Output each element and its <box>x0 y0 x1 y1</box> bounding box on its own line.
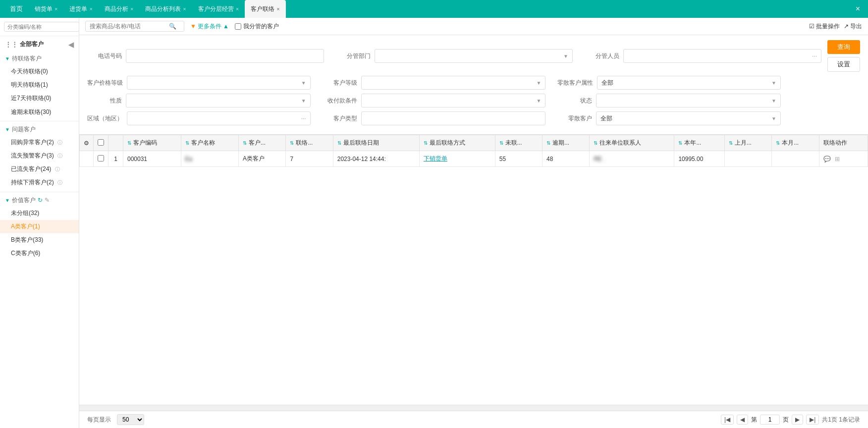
sidebar-item-ungrouped[interactable]: 未分组(32) <box>0 207 79 220</box>
sidebar-item-churned[interactable]: 已流失客户(24) ⓘ <box>0 162 79 176</box>
scatter-attr-select[interactable]: 全部 ▼ <box>597 76 781 90</box>
settings-gear-icon[interactable]: ⚙ <box>84 140 89 147</box>
my-customers-checkbox[interactable] <box>235 23 241 30</box>
select-all-checkbox[interactable] <box>98 139 104 146</box>
col-contact-count[interactable]: ⇅联络... <box>286 135 333 151</box>
nav-customer-segment-close[interactable]: × <box>236 6 239 12</box>
col-this-month[interactable]: ⇅本月... <box>772 135 819 151</box>
nav-customer-segment[interactable]: 客户分层经营 × <box>192 0 245 18</box>
sidebar-section-problem[interactable]: ▼ 问题客户 <box>0 123 79 136</box>
payment-select[interactable]: ▼ <box>361 94 546 107</box>
col-not-contacted[interactable]: ⇅未联... <box>495 135 542 151</box>
batch-op-icon: ☑ <box>809 23 814 30</box>
sidebar-item-class-c[interactable]: C类客户(6) <box>0 247 79 260</box>
sidebar-search-input[interactable] <box>4 22 79 32</box>
col-type[interactable]: ⇅客户... <box>239 135 286 151</box>
table-scroll[interactable]: ⚙ ⇅客户编码 ⇅客户名称 <box>79 135 868 405</box>
sidebar-collapse-icon[interactable]: ◀ <box>68 41 74 49</box>
col-code-sort-icon: ⇅ <box>127 140 131 146</box>
query-button[interactable]: 查询 <box>827 40 860 54</box>
status-arrow-icon: ▼ <box>771 98 776 104</box>
horizontal-scrollbar[interactable] <box>79 405 868 411</box>
close-all-button[interactable]: × <box>852 4 864 13</box>
row-settings-cell <box>80 151 94 167</box>
col-last-date[interactable]: ⇅最后联络日期 <box>333 135 419 151</box>
chat-action-icon[interactable]: 💬 <box>823 156 831 162</box>
sidebar-item-tomorrow[interactable]: 明天待联络(1) <box>0 78 79 92</box>
filter-more-conditions[interactable]: ▼ 更多条件 ▲ <box>190 22 229 31</box>
sidebar-item-declining[interactable]: 持续下滑客户(2) ⓘ <box>0 176 79 189</box>
nav-sales-close[interactable]: × <box>54 6 57 12</box>
per-page-select[interactable]: 50 100 200 <box>117 414 144 425</box>
scatter-customer-select[interactable]: 全部 ▼ <box>596 111 781 125</box>
last-contact-method-link[interactable]: 下销货单 <box>424 155 447 162</box>
person-input[interactable]: ··· <box>623 49 821 63</box>
col-overdue[interactable]: ⇅逾期... <box>542 135 590 151</box>
nav-product-analysis-list-close[interactable]: × <box>183 6 186 12</box>
sidebar-item-class-b[interactable]: B类客户(33) <box>0 233 79 247</box>
nav-product-analysis[interactable]: 商品分析 × <box>99 0 139 18</box>
nav-purchase[interactable]: 进货单 × <box>63 0 98 18</box>
page-number-input[interactable] <box>760 415 780 425</box>
row-overdue-cell: 48 <box>542 151 590 167</box>
customer-type-input[interactable] <box>361 111 546 125</box>
bottom-bar: 每页显示 50 100 200 |◀ ◀ 第 页 ▶ ▶| 共1页 1条记录 <box>79 411 868 428</box>
total-info: 共1页 1条记录 <box>822 416 860 424</box>
batch-op-button[interactable]: ☑ 批量操作 <box>809 22 840 31</box>
sidebar-item-class-a[interactable]: A类客户(1) <box>0 220 79 233</box>
col-year-amount[interactable]: ⇅本年... <box>674 135 724 151</box>
status-select[interactable]: ▼ <box>596 94 781 107</box>
col-last-month[interactable]: ⇅上月... <box>724 135 771 151</box>
sidebar-item-overdue[interactable]: 逾期未联络(30) <box>0 106 79 119</box>
nav-customer-contact-close[interactable]: × <box>276 6 279 12</box>
sidebar-section-pending[interactable]: ▼ 待联络客户 <box>0 53 79 65</box>
sidebar-item-repurchase-abnormal[interactable]: 回购异常客户(2) ⓘ <box>0 136 79 149</box>
nav-purchase-close[interactable]: × <box>89 6 92 12</box>
sidebar-item-7days[interactable]: 近7天待联络(0) <box>0 92 79 105</box>
nav-home[interactable]: 首页 <box>4 0 29 18</box>
prev-page-button[interactable]: ◀ <box>737 415 748 425</box>
price-level-select[interactable]: ▼ <box>127 76 311 90</box>
row-this-month-cell <box>772 151 819 167</box>
nature-select[interactable]: ▼ <box>126 94 311 107</box>
col-settings[interactable]: ⚙ <box>80 135 94 151</box>
sidebar-item-today[interactable]: 今天待联络(0) <box>0 65 79 78</box>
sidebar-section-problem-arrow: ▼ <box>5 127 10 132</box>
nav-customer-contact[interactable]: 客户联络 × <box>245 0 285 18</box>
sidebar-search-area: 🔍 <box>0 18 79 36</box>
refresh-icon[interactable]: ↻ <box>38 197 43 204</box>
row-checkbox[interactable] <box>98 155 104 161</box>
dept-select[interactable]: ▼ <box>375 49 573 63</box>
sidebar-sep-1 <box>0 121 79 121</box>
col-last-method[interactable]: ⇅最后联络方式 <box>419 135 495 151</box>
sidebar-section-value[interactable]: ▼ 价值客户 ↻ ✎ <box>0 194 79 207</box>
col-contacts-sort-icon: ⇅ <box>594 140 597 146</box>
export-button[interactable]: ↗ 导出 <box>844 22 862 31</box>
edit-icon[interactable]: ✎ <box>45 197 50 204</box>
col-contacts[interactable]: ⇅往来单位联系人 <box>590 135 674 151</box>
row-contact-count-cell: 7 <box>286 151 333 167</box>
last-page-button[interactable]: ▶| <box>806 415 819 425</box>
first-page-button[interactable]: |◀ <box>721 415 734 425</box>
info-icon-4: ⓘ <box>57 180 62 185</box>
row-actions-cell: 💬 ⊞ <box>819 151 868 167</box>
col-code[interactable]: ⇅客户编码 <box>123 135 181 151</box>
filter-search-button[interactable]: 🔍 <box>169 23 176 30</box>
qr-action-icon[interactable]: ⊞ <box>835 156 840 162</box>
customer-level-select[interactable]: ▼ <box>361 76 546 90</box>
row-checkbox-cell <box>94 151 108 167</box>
phone-input[interactable] <box>126 49 324 63</box>
col-name[interactable]: ⇅客户名称 <box>181 135 239 151</box>
col-last-date-sort-icon: ⇅ <box>337 140 341 146</box>
nav-sales[interactable]: 销货单 × <box>29 0 63 18</box>
settings-button[interactable]: 设置 <box>827 57 860 72</box>
table-row: 1 000031 Ea A类客户 7 2023-04-12 14:44: 下销货… <box>80 151 868 167</box>
sidebar-all-customers[interactable]: ⋮⋮ 全部客户 ◀ <box>0 36 79 53</box>
nav-product-analysis-list[interactable]: 商品分析列表 × <box>139 0 192 18</box>
region-input[interactable]: ··· <box>127 111 311 125</box>
next-page-button[interactable]: ▶ <box>792 415 803 425</box>
sidebar-item-churn-warning[interactable]: 流失预警客户(3) ⓘ <box>0 149 79 162</box>
filter-search-input[interactable] <box>90 23 169 30</box>
nav-product-analysis-close[interactable]: × <box>130 6 133 12</box>
col-contact-count-sort-icon: ⇅ <box>290 140 294 146</box>
